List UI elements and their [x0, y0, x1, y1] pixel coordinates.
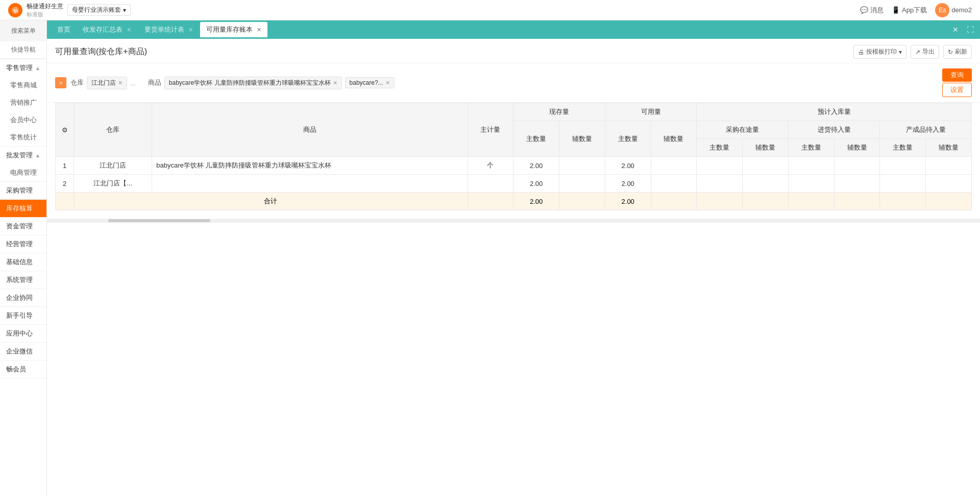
sidebar-inventory-header[interactable]: 库存核算: [0, 200, 46, 217]
sidebar-section-basic: 基础信息: [0, 253, 46, 271]
remove-warehouse-tag[interactable]: ✕: [118, 80, 122, 86]
sidebar-newguide-header[interactable]: 新手引导: [0, 307, 46, 324]
tab-bar-right: ✕ ⛶: [950, 23, 976, 36]
cell-pur-pending-aux: [834, 157, 880, 175]
message-icon: 💬: [860, 6, 868, 14]
cell-prod-pending-aux: [926, 175, 972, 193]
product-filter-group: 商品 babycare学饮杯 儿童防摔防撞吸管杯重力球吸嘴杯宝宝水杯 ✕ bab…: [148, 77, 395, 89]
sidebar-system-header[interactable]: 系统管理: [0, 271, 46, 289]
top-bar-left: 畅 畅捷通好生意 标准版 母婴行业演示账套 ▾: [8, 2, 131, 18]
sidebar-appcenter-header[interactable]: 应用中心: [0, 325, 46, 342]
sidebar-section-inventory: 库存核算: [0, 200, 46, 218]
top-bar-right: 💬 消息 📱 App下载 Ea demo2: [860, 3, 972, 17]
close-tab-order[interactable]: ✕: [188, 27, 193, 33]
sidebar-wholesale-header[interactable]: 批发管理 ▲: [0, 147, 46, 164]
th-warehouse: 仓库: [74, 103, 152, 157]
tab-home[interactable]: 首页: [51, 25, 77, 34]
print-template-button[interactable]: 🖨 按模板打印 ▾: [853, 45, 906, 59]
sidebar-item-retail-stats[interactable]: 零售统计: [0, 129, 46, 146]
sidebar-section-enterprise: 企业协同: [0, 289, 46, 307]
sidebar-section-ent-wechat: 企业微信: [0, 343, 46, 361]
product-tag-2: babycare?... ✕: [345, 77, 395, 88]
chevron-down-icon: ▲: [35, 153, 40, 158]
cell-unit: [468, 175, 513, 193]
search-menu-button[interactable]: 搜索菜单: [4, 25, 42, 37]
footer-avail-main: 2.00: [605, 193, 651, 210]
industry-selector[interactable]: 母婴行业演示账套 ▾: [67, 4, 131, 16]
th-forecast: 预计入库量: [697, 103, 972, 121]
horizontal-scrollbar[interactable]: [47, 219, 980, 223]
th-current-aux: 辅数量: [559, 121, 605, 157]
sidebar-section-retail: 零售管理 ▲ 零售商城 营销推广 会员中心 零售统计: [0, 59, 46, 147]
app-download-button[interactable]: 📱 App下载: [892, 6, 927, 15]
sidebar-item-retail-mall[interactable]: 零售商城: [0, 77, 46, 94]
remove-product-tag-2[interactable]: ✕: [385, 80, 390, 86]
printer-icon: 🖨: [858, 49, 864, 56]
page-actions: 🖨 按模板打印 ▾ ↗ 导出 ↻ 刷新: [853, 45, 972, 59]
cell-product: babycare学饮杯 儿童防摔防撞吸管杯重力球吸嘴杯宝宝水杯: [152, 157, 468, 175]
settings-icon[interactable]: ⚙: [62, 126, 68, 134]
sidebar-finance-header[interactable]: 资金管理: [0, 218, 46, 235]
filter-settings-button[interactable]: 设置: [942, 83, 972, 97]
close-tab-receive[interactable]: ✕: [127, 27, 131, 33]
page-title: 可用量查询(按仓库+商品): [55, 46, 147, 57]
table-container: ⚙ 仓库 商品 主计量 现存量 可用量 预计入库量 主数量: [47, 103, 980, 219]
sidebar: 搜索菜单 快捷导航 零售管理 ▲ 零售商城 营销推广 会员中心 零售统计 批发管…: [0, 20, 47, 496]
cell-warehouse: 江北门店: [74, 157, 152, 175]
sidebar-section-vip: 畅会员: [0, 361, 46, 379]
th-prod-pending-aux: 辅数量: [926, 139, 972, 157]
tab-receive-summary[interactable]: 收发存汇总表 ✕: [77, 22, 137, 37]
footer-avail-aux: [651, 193, 697, 210]
message-button[interactable]: 💬 消息: [860, 6, 884, 15]
sidebar-item-ecommerce[interactable]: 电商管理: [0, 164, 46, 181]
cell-no: 2: [56, 175, 74, 193]
tab-close-all-button[interactable]: ✕: [950, 23, 961, 36]
sidebar-section-ops: 经营管理: [0, 235, 46, 253]
sidebar-vip-header[interactable]: 畅会员: [0, 361, 46, 378]
tab-inventory-book[interactable]: 可用量库存账本 ✕: [200, 22, 267, 37]
sidebar-item-marketing[interactable]: 营销推广: [0, 94, 46, 111]
sidebar-retail-header[interactable]: 零售管理 ▲: [0, 59, 46, 77]
sidebar-ent-wechat-header[interactable]: 企业微信: [0, 343, 46, 360]
sidebar-purchase-header[interactable]: 采购管理: [0, 182, 46, 199]
quick-nav-button[interactable]: 快捷导航: [0, 41, 46, 59]
sidebar-basic-header[interactable]: 基础信息: [0, 253, 46, 271]
sidebar-ops-header[interactable]: 经营管理: [0, 235, 46, 253]
cell-avail-aux: [651, 157, 697, 175]
close-tab-inventory[interactable]: ✕: [257, 27, 261, 33]
th-prod-pending: 产成品待入量: [880, 121, 972, 139]
sidebar-section-wholesale: 批发管理 ▲ 电商管理: [0, 147, 46, 182]
remove-product-tag-1[interactable]: ✕: [333, 80, 337, 86]
cell-current-aux: [559, 157, 605, 175]
export-button[interactable]: ↗ 导出: [911, 45, 939, 59]
footer-prod-pending-aux: [926, 193, 972, 210]
sidebar-section-finance: 资金管理: [0, 218, 46, 235]
sidebar-item-members[interactable]: 会员中心: [0, 111, 46, 129]
warehouse-label: 仓库: [70, 78, 84, 87]
cell-product: [152, 175, 468, 193]
product-label: 商品: [148, 78, 161, 87]
th-prod-pending-main: 主数量: [880, 139, 926, 157]
app-title: 畅捷通好生意: [27, 2, 63, 11]
cell-prod-pending-main: [880, 175, 926, 193]
warehouse-filter-group: 仓库 江北门店 ✕ ...: [70, 77, 136, 89]
query-button[interactable]: 查询: [942, 68, 972, 82]
th-pur-pending-aux: 辅数量: [834, 139, 880, 157]
sidebar-enterprise-header[interactable]: 企业协同: [0, 289, 46, 306]
refresh-button[interactable]: ↻ 刷新: [943, 45, 972, 59]
cell-avail-main: 2.00: [605, 157, 651, 175]
warehouse-more-dots[interactable]: ...: [130, 79, 136, 87]
tab-order-stats[interactable]: 要货单统计表 ✕: [138, 22, 199, 37]
cell-prod-pending-main: [880, 157, 926, 175]
cell-pur-pending-main: [788, 157, 834, 175]
th-pur-transit: 采购在途量: [697, 121, 789, 139]
chevron-up-icon: ▲: [35, 65, 40, 71]
scrollbar-thumb[interactable]: [108, 219, 210, 222]
filter-expand-button[interactable]: »: [55, 77, 66, 88]
cell-warehouse: 江北门店【...: [74, 175, 152, 193]
sidebar-section-purchase: 采购管理: [0, 182, 46, 200]
tab-fullscreen-button[interactable]: ⛶: [965, 23, 976, 36]
export-icon: ↗: [915, 49, 920, 56]
th-pur-transit-main: 主数量: [697, 139, 743, 157]
user-profile[interactable]: Ea demo2: [935, 3, 972, 17]
